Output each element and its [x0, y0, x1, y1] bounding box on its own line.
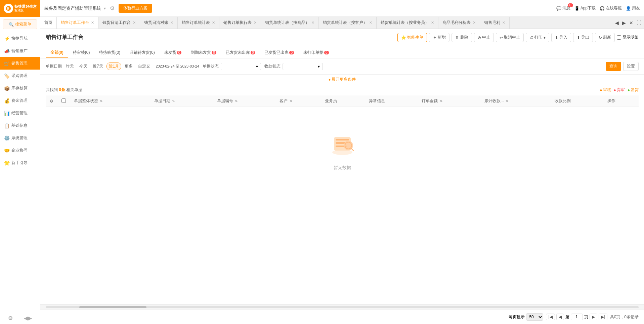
- refresh-btn[interactable]: ↻ 刷新: [595, 33, 615, 42]
- tab-reconcile[interactable]: 钱货日清对账 ✕: [140, 17, 178, 29]
- audit-action-btn[interactable]: ● 审核: [600, 87, 611, 93]
- sort-number-icon[interactable]: ⇅: [235, 99, 238, 103]
- settings-btn[interactable]: 设置: [623, 62, 639, 71]
- smart-create-btn[interactable]: ⭐ 智能生单: [397, 33, 427, 42]
- settings-bottom-icon[interactable]: ⚙: [8, 315, 13, 321]
- cancel-stop-btn[interactable]: ↩ 取消中止: [496, 33, 524, 42]
- sidebar-item-enterprise[interactable]: 🤝 企业协同: [0, 144, 40, 157]
- tab-cash-daily[interactable]: 钱货日清工作台 ✕: [98, 17, 140, 29]
- tab-sales-product-close-icon[interactable]: ✕: [311, 21, 314, 25]
- tab-home[interactable]: 首页: [40, 17, 57, 29]
- tab-next-btn[interactable]: ▶: [621, 19, 627, 26]
- sidebar-item-operation[interactable]: 📊 经营管理: [0, 107, 40, 119]
- delete-btn[interactable]: 🗑 删除: [452, 33, 472, 42]
- sort-amount-icon[interactable]: ⇅: [440, 99, 442, 103]
- prev-page-btn[interactable]: ◀: [556, 314, 564, 320]
- subtab-undelivered[interactable]: 未发货0: [160, 48, 186, 58]
- tab-order-stats-close-icon[interactable]: ✕: [212, 21, 215, 25]
- sidebar-item-system[interactable]: ⚙️ 系统管理: [0, 132, 40, 144]
- tab-margin[interactable]: 商品毛利分析表 ✕: [438, 17, 480, 29]
- payment-select[interactable]: ▾: [283, 63, 323, 70]
- tab-sales-staff-close-icon[interactable]: ✕: [431, 21, 434, 25]
- subtab-pending-check[interactable]: 待拣验货(0): [94, 48, 125, 58]
- tab-reconcile-close-icon[interactable]: ✕: [170, 21, 173, 25]
- app-download-item[interactable]: 📱 App下载: [574, 5, 596, 11]
- tab-sales-workbench[interactable]: 销售订单工作台 ✕: [57, 17, 98, 29]
- deliver-action-btn[interactable]: ● 发货: [628, 87, 639, 93]
- page-number-input[interactable]: [571, 314, 583, 320]
- sidebar-item-basic[interactable]: 📋 基础信息: [0, 119, 40, 132]
- subtab-wangpu[interactable]: 旺铺待发货(0): [125, 48, 160, 58]
- date-option-7days[interactable]: 近7天: [91, 63, 105, 70]
- date-option-1month[interactable]: 近1月: [106, 63, 122, 70]
- export-btn[interactable]: ⬆ 导出: [573, 33, 593, 42]
- sort-customer-icon[interactable]: ⇅: [290, 99, 292, 103]
- date-option-yesterday[interactable]: 昨天: [64, 63, 76, 70]
- message-badge: 6: [568, 3, 573, 7]
- subtab-all[interactable]: 全部(0): [46, 48, 68, 58]
- first-page-btn[interactable]: |◀: [546, 314, 555, 320]
- tab-order-stats[interactable]: 销售订单统计表 ✕: [178, 17, 219, 29]
- show-detail-checkbox[interactable]: [617, 35, 621, 40]
- subtab-pending-audit[interactable]: 待审核(0): [68, 48, 95, 58]
- message-item[interactable]: 💬 消息 6: [556, 5, 570, 11]
- topbar-settings-icon[interactable]: ⚙: [110, 5, 115, 11]
- sort-status-icon[interactable]: ⇅: [100, 99, 102, 103]
- print-btn[interactable]: 🖨 打印 ▾: [526, 33, 549, 42]
- sidebar-item-inventory[interactable]: 📦 库存核算: [0, 82, 40, 94]
- tab-order-exec-close-icon[interactable]: ✕: [254, 21, 257, 25]
- stop-btn[interactable]: ⊘ 中止: [474, 33, 494, 42]
- sidebar-item-purchase[interactable]: 🏷️ 采购管理: [0, 70, 40, 82]
- scrollbar-thumb[interactable]: [79, 306, 146, 308]
- tab-sales-customer-close-icon[interactable]: ✕: [369, 21, 372, 25]
- service-item[interactable]: 🎧 在线客服: [600, 5, 622, 11]
- sidebar-item-finance[interactable]: 💰 资金管理: [0, 94, 40, 107]
- tab-sales-product[interactable]: 销货单统计表（按商品） ✕: [261, 17, 319, 29]
- tab-order-exec[interactable]: 销售订单执行表 ✕: [219, 17, 261, 29]
- date-option-custom[interactable]: 自定义: [136, 63, 152, 70]
- date-option-more[interactable]: 更多: [123, 63, 135, 70]
- tab-sales-margin[interactable]: 销售毛利 ✕: [480, 17, 510, 29]
- reject-action-btn[interactable]: ● 弃审: [614, 87, 625, 93]
- next-page-btn[interactable]: ▶: [590, 314, 597, 320]
- last-page-btn[interactable]: ▶|: [599, 314, 607, 320]
- collapse-icon[interactable]: ◀▶: [24, 315, 32, 321]
- sidebar-item-quick-nav[interactable]: ⚡ 快捷导航: [0, 32, 40, 45]
- subtab-unprinted[interactable]: 未打印单据0: [299, 48, 334, 58]
- subtab-overdue[interactable]: 到期未发货0: [186, 48, 221, 58]
- search-menu-button[interactable]: 🔍 搜索菜单: [3, 19, 37, 29]
- sidebar-item-guide[interactable]: 🌟 新手引导: [0, 157, 40, 169]
- th-settings[interactable]: ⚙: [46, 95, 57, 107]
- tab-sales-close-icon[interactable]: ✕: [91, 21, 94, 25]
- import-btn[interactable]: ⬇ 导入: [551, 33, 571, 42]
- th-checkbox[interactable]: [57, 95, 70, 107]
- tab-expand-btn[interactable]: ⛶: [635, 19, 643, 26]
- tab-close-all-btn[interactable]: ✕: [628, 19, 635, 26]
- page-size-select[interactable]: 10 20 50 100: [526, 313, 543, 321]
- show-detail-label[interactable]: 显示明细: [617, 35, 639, 40]
- sidebar-item-sales[interactable]: 🛒 销售管理: [0, 57, 40, 70]
- status-select[interactable]: ▾: [221, 63, 261, 70]
- tab-sales-label: 销售订单工作台: [61, 20, 89, 26]
- expand-filter-btn[interactable]: ▾ 展开更多条件: [329, 77, 356, 82]
- add-btn[interactable]: ＋ 新增: [429, 33, 449, 42]
- user-item[interactable]: 👤 用友: [626, 5, 640, 11]
- exp-btn[interactable]: 体验行业方案: [119, 4, 152, 13]
- subtab-delivered-out[interactable]: 已发货已出库0: [260, 48, 299, 58]
- sidebar-item-marketing[interactable]: 📣 营销推广: [0, 45, 40, 57]
- tab-sales-staff[interactable]: 销货单统计表（按业务员） ✕: [377, 17, 438, 29]
- query-btn[interactable]: 查询: [606, 62, 621, 71]
- sort-accumulated-icon[interactable]: ⇅: [506, 99, 508, 103]
- date-option-today[interactable]: 今天: [77, 63, 89, 70]
- sort-date-icon[interactable]: ⇅: [172, 99, 175, 103]
- subtab-delivered-not-out[interactable]: 已发货未出库0: [221, 48, 260, 58]
- dropdown-arrow-icon[interactable]: ▾: [104, 6, 106, 11]
- date-filter-label: 单据日期: [46, 64, 62, 69]
- tab-sales-customer[interactable]: 销货单统计表（按客户） ✕: [319, 17, 377, 29]
- tab-cash-close-icon[interactable]: ✕: [133, 21, 136, 25]
- guide-label: 新手引导: [11, 160, 28, 166]
- tab-margin-close-icon[interactable]: ✕: [473, 21, 476, 25]
- tab-sales-margin-close-icon[interactable]: ✕: [502, 21, 505, 25]
- tab-prev-btn[interactable]: ◀: [614, 19, 620, 26]
- select-all-checkbox[interactable]: [61, 98, 66, 103]
